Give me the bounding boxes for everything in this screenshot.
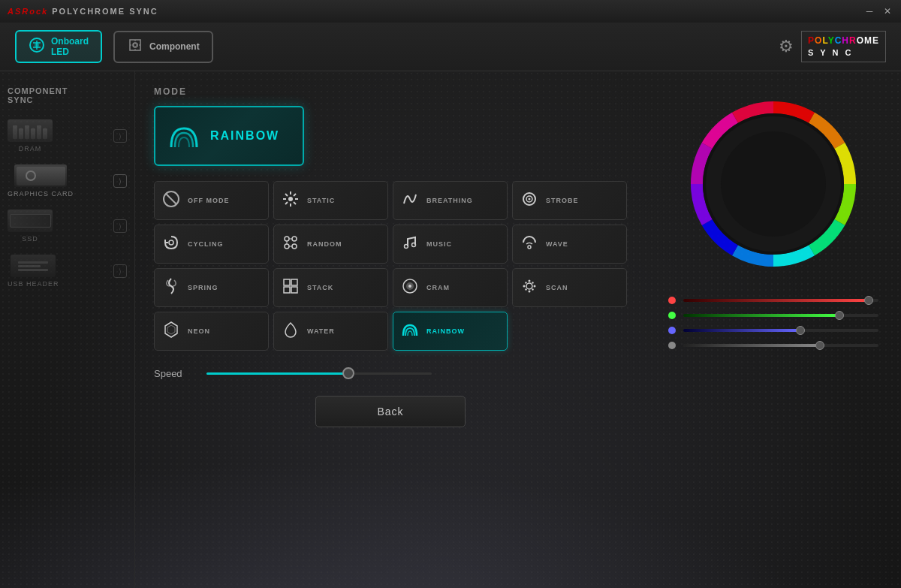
svg-point-48	[721, 131, 826, 237]
gpu-toggle[interactable]: ⟩	[113, 174, 127, 188]
mode-item-breathing[interactable]: BREATHING	[393, 181, 508, 220]
dram-label: DRAM	[19, 145, 42, 152]
component-label: Component	[149, 41, 200, 52]
svg-point-21	[292, 244, 297, 249]
music-icon	[399, 234, 420, 255]
content-area: COMPONENT SYNC	[0, 71, 901, 588]
red-thumb[interactable]	[864, 296, 873, 305]
component-icon	[127, 37, 143, 57]
svg-point-18	[285, 237, 289, 241]
svg-point-25	[405, 244, 408, 248]
main-background: Onboard LED Component ⚙	[0, 23, 901, 588]
mode-item-spring[interactable]: SPRING	[154, 268, 269, 307]
polychrome-logo: POLYCHROME S Y N C	[801, 31, 886, 62]
alpha-dot	[668, 342, 676, 349]
svg-point-16	[529, 198, 531, 200]
mode-item-cycling[interactable]: CYCLING	[154, 225, 269, 264]
svg-point-35	[526, 283, 532, 289]
onboard-led-button[interactable]: Onboard LED	[15, 30, 102, 63]
sidebar-item-ssd[interactable]: SSD ⟩	[8, 210, 127, 243]
sidebar-title: COMPONENT SYNC	[8, 86, 127, 104]
svg-line-4	[166, 194, 176, 204]
blue-thumb[interactable]	[796, 326, 805, 335]
strobe-icon	[519, 190, 540, 212]
mode-item-off[interactable]: OFF MODE	[154, 181, 269, 220]
spring-label: SPRING	[188, 284, 218, 291]
window-controls: ─ ✕	[863, 6, 893, 17]
green-thumb[interactable]	[835, 311, 844, 320]
dram-toggle[interactable]: ⟩	[113, 129, 127, 143]
color-wheel[interactable]	[676, 86, 871, 282]
mode-item-cram[interactable]: CRAM	[393, 268, 508, 307]
neon-label: NEON	[188, 327, 210, 335]
mode-grid: OFF MODE	[154, 181, 627, 351]
wave-label: WAVE	[546, 240, 568, 248]
sidebar-item-dram[interactable]: DRAM ⟩	[8, 119, 127, 152]
off-label: OFF MODE	[188, 197, 230, 204]
mode-item-rainbow[interactable]: RAINBOW	[393, 312, 508, 351]
ssd-toggle[interactable]: ⟩	[113, 219, 127, 233]
svg-line-10	[285, 194, 288, 196]
back-button[interactable]: Back	[315, 396, 466, 427]
speed-slider[interactable]	[206, 366, 432, 381]
speed-label: Speed	[154, 368, 191, 379]
svg-marker-44	[165, 322, 177, 337]
settings-button[interactable]: ⚙	[779, 37, 794, 56]
sidebar-item-graphics-card[interactable]: Graphics Card ⟩	[8, 164, 127, 198]
component-button[interactable]: Component	[113, 31, 213, 63]
speed-section: Speed	[154, 366, 627, 381]
alpha-thumb[interactable]	[815, 341, 824, 350]
blue-slider-row	[668, 327, 878, 334]
mode-item-strobe[interactable]: STROBE	[512, 181, 627, 220]
static-icon	[280, 190, 301, 212]
blue-slider[interactable]	[683, 329, 878, 332]
scan-icon	[519, 277, 540, 299]
svg-marker-45	[167, 325, 175, 334]
green-dot	[668, 312, 676, 319]
mode-item-music[interactable]: MUSIC	[393, 225, 508, 264]
rainbow-icon-large	[167, 121, 201, 151]
random-icon	[280, 234, 301, 255]
mode-item-scan[interactable]: SCAN	[512, 268, 627, 307]
usb-toggle[interactable]: ⟩	[113, 264, 127, 278]
close-button[interactable]: ✕	[881, 6, 893, 17]
usb-label: USB Header	[8, 280, 59, 288]
svg-point-43	[532, 288, 533, 290]
stack-label: STACK	[307, 284, 333, 291]
mode-item-water[interactable]: WATER	[273, 312, 388, 351]
rainbow-icon-small	[399, 321, 420, 342]
sidebar: COMPONENT SYNC	[0, 71, 135, 588]
mode-item-static[interactable]: STATIC	[273, 181, 388, 220]
rainbow-label: RAINBOW	[426, 327, 465, 335]
header-nav: Onboard LED Component	[15, 30, 213, 63]
cram-label: CRAM	[426, 284, 450, 291]
red-slider[interactable]	[683, 299, 878, 302]
header: Onboard LED Component ⚙	[0, 23, 901, 71]
blue-dot	[668, 327, 676, 334]
mode-item-random[interactable]: RANDOM	[273, 225, 388, 264]
selected-mode-display[interactable]: RAINBOW	[154, 106, 304, 166]
mode-item-wave[interactable]: WAVE	[512, 225, 627, 264]
svg-point-34	[408, 285, 411, 288]
spring-icon	[161, 277, 182, 299]
cram-icon	[399, 277, 420, 299]
random-label: RANDOM	[307, 240, 342, 248]
svg-point-39	[534, 285, 536, 287]
minimize-button[interactable]: ─	[863, 6, 875, 17]
stack-icon	[280, 277, 301, 299]
svg-point-40	[525, 282, 526, 283]
svg-point-27	[528, 246, 531, 249]
svg-point-42	[525, 288, 526, 290]
green-slider-row	[668, 312, 878, 319]
mode-item-neon[interactable]: NEON	[154, 312, 269, 351]
svg-point-5	[288, 197, 293, 201]
ssd-label: SSD	[22, 235, 38, 243]
green-slider[interactable]	[683, 314, 878, 317]
water-label: WATER	[307, 327, 335, 335]
red-dot	[668, 297, 676, 304]
alpha-slider[interactable]	[683, 344, 878, 347]
scan-label: SCAN	[546, 284, 568, 291]
sidebar-item-usb-header[interactable]: USB Header ⟩	[8, 255, 127, 288]
mode-item-stack[interactable]: STACK	[273, 268, 388, 307]
speed-thumb[interactable]	[342, 367, 354, 379]
